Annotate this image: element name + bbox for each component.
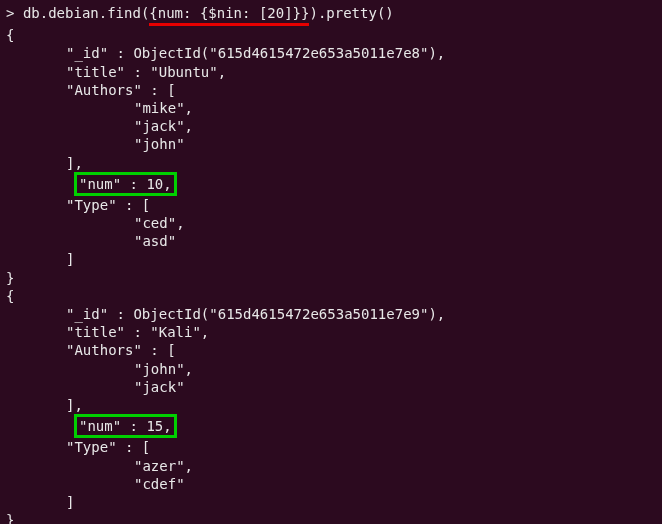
brace-close: } <box>6 511 656 524</box>
doc-num-row: "num" : 10, <box>6 172 656 196</box>
doc-type: "cdef" <box>6 475 656 493</box>
doc-type-label: "Type" : [ <box>6 196 656 214</box>
doc-title: "title" : "Kali", <box>6 323 656 341</box>
brace-open: { <box>6 26 656 44</box>
doc-types-close: ] <box>6 250 656 268</box>
command-suffix: ).pretty() <box>309 5 393 21</box>
doc-type: "asd" <box>6 232 656 250</box>
command-line[interactable]: > db.debian.find({num: {$nin: [20]}}).pr… <box>6 4 656 26</box>
doc-author: "john", <box>6 360 656 378</box>
doc-author: "jack", <box>6 117 656 135</box>
doc-num-highlight: "num" : 15, <box>74 414 177 438</box>
doc-num-row: "num" : 15, <box>6 414 656 438</box>
doc-id: "_id" : ObjectId("615d4615472e653a5011e7… <box>6 305 656 323</box>
doc-authors-close: ], <box>6 396 656 414</box>
command-prefix: db.debian.find( <box>23 5 149 21</box>
doc-type-label: "Type" : [ <box>6 438 656 456</box>
doc-type: "ced", <box>6 214 656 232</box>
command-highlighted: {num: {$nin: [20]}} <box>149 4 309 26</box>
doc-title: "title" : "Ubuntu", <box>6 63 656 81</box>
brace-close: } <box>6 269 656 287</box>
doc-num-highlight: "num" : 10, <box>74 172 177 196</box>
prompt-char: > <box>6 5 14 21</box>
doc-author: "mike", <box>6 99 656 117</box>
doc-author: "john" <box>6 135 656 153</box>
doc-authors-label: "Authors" : [ <box>6 341 656 359</box>
doc-authors-close: ], <box>6 154 656 172</box>
doc-authors-label: "Authors" : [ <box>6 81 656 99</box>
terminal-output: > db.debian.find({num: {$nin: [20]}}).pr… <box>6 4 656 524</box>
doc-author: "jack" <box>6 378 656 396</box>
doc-types-close: ] <box>6 493 656 511</box>
doc-type: "azer", <box>6 457 656 475</box>
doc-id: "_id" : ObjectId("615d4615472e653a5011e7… <box>6 44 656 62</box>
brace-open: { <box>6 287 656 305</box>
